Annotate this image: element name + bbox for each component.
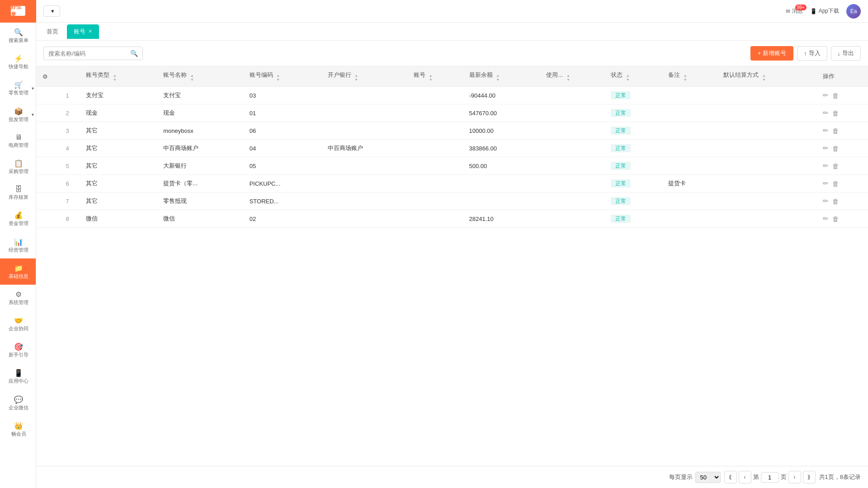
last-page-button[interactable]: ⟫ bbox=[803, 471, 816, 483]
row-note bbox=[663, 140, 718, 157]
sidebar-item-purchase[interactable]: 📋 采购管理 bbox=[0, 154, 36, 180]
page-number-input[interactable] bbox=[761, 472, 779, 483]
edit-button[interactable]: ✏ bbox=[823, 162, 829, 170]
delete-button[interactable]: 🗑 bbox=[832, 127, 839, 135]
row-name: moneybosx bbox=[158, 122, 244, 140]
col-name[interactable]: 账号名称 ▲▼ bbox=[158, 66, 244, 87]
accounts-table-container: ⚙ 账号类型 ▲▼ 账号名称 ▲▼ 账号编码 ▲▼ 开户银行 ▲▼ 账号 ▲▼ … bbox=[36, 66, 868, 466]
download-icon: 📱 bbox=[810, 8, 817, 14]
tab-account[interactable]: 账号✕ bbox=[67, 24, 99, 39]
sidebar-nav: 🔍 搜索菜单 ⚡ 快捷导航 🛒 零售管理 ▾ 📦 批发管理 ▾ 🖥 电商管理 📋… bbox=[0, 23, 36, 488]
col-account[interactable]: 账号 ▲▼ bbox=[408, 66, 463, 87]
row-note bbox=[663, 122, 718, 140]
row-actions: ✏ 🗑 bbox=[817, 175, 868, 192]
delete-button[interactable]: 🗑 bbox=[832, 145, 839, 152]
sidebar-item-shortcut[interactable]: ⚡ 快捷导航 bbox=[0, 49, 36, 75]
sidebar-item-cooperation[interactable]: 🤝 企业协同 bbox=[0, 311, 36, 337]
import-button[interactable]: ↑ 导入 bbox=[797, 46, 827, 61]
table-row: 8 微信 微信 02 28241.10 正常 ✏ 🗑 bbox=[36, 210, 868, 228]
company-dropdown[interactable]: ▾ bbox=[43, 5, 60, 17]
edit-button[interactable]: ✏ bbox=[823, 215, 829, 223]
sidebar-item-search[interactable]: 🔍 搜索菜单 bbox=[0, 23, 36, 49]
first-page-button[interactable]: ⟪ bbox=[724, 471, 737, 483]
search-box[interactable]: 🔍 bbox=[43, 47, 143, 60]
row-usage bbox=[541, 122, 605, 140]
col-payment[interactable]: 默认结算方式 ▲▼ bbox=[718, 66, 817, 87]
table-row: 7 其它 零售抵现 STORED... 正常 ✏ 🗑 bbox=[36, 192, 868, 210]
row-account bbox=[408, 210, 463, 228]
sidebar-item-wechat[interactable]: 💬 企业微信 bbox=[0, 390, 36, 416]
row-balance bbox=[464, 192, 541, 210]
app-download-button[interactable]: 📱 App下载 bbox=[810, 7, 839, 15]
purchase-icon: 📋 bbox=[14, 159, 23, 168]
col-bank[interactable]: 开户银行 ▲▼ bbox=[322, 66, 408, 87]
delete-button[interactable]: 🗑 bbox=[832, 180, 839, 188]
sidebar-item-retail[interactable]: 🛒 零售管理 ▾ bbox=[0, 75, 36, 101]
prev-page-button[interactable]: ‹ bbox=[739, 471, 751, 483]
delete-button[interactable]: 🗑 bbox=[832, 92, 839, 99]
delete-button[interactable]: 🗑 bbox=[832, 197, 839, 205]
sidebar-item-guide[interactable]: 🎯 新手引导 bbox=[0, 337, 36, 363]
col-status[interactable]: 状态 ▲▼ bbox=[605, 66, 663, 87]
wechat-icon: 💬 bbox=[14, 395, 23, 404]
sidebar-item-wholesale[interactable]: 📦 批发管理 ▾ bbox=[0, 102, 36, 128]
table-row: 4 其它 中百商场账户 04 中百商场账户 383866.00 正常 ✏ 🗑 bbox=[36, 140, 868, 157]
tab-label-account: 账号 bbox=[74, 28, 85, 36]
row-payment bbox=[718, 192, 817, 210]
sidebar-item-member[interactable]: 👑 畅会员 bbox=[0, 416, 36, 442]
row-payment bbox=[718, 140, 817, 157]
next-page-button[interactable]: › bbox=[788, 471, 801, 483]
add-account-button[interactable]: + 新增账号 bbox=[750, 46, 793, 61]
dropdown-arrow-icon: ▾ bbox=[51, 8, 54, 14]
page-size-select[interactable]: 50 100 200 bbox=[695, 472, 721, 483]
sidebar-item-ecommerce[interactable]: 🖥 电商管理 bbox=[0, 128, 36, 154]
content-area: 🔍 + 新增账号 ↑ 导入 ↓ 导出 bbox=[36, 41, 868, 488]
edit-button[interactable]: ✏ bbox=[823, 179, 829, 188]
row-settings bbox=[36, 157, 54, 175]
delete-button[interactable]: 🗑 bbox=[832, 109, 839, 117]
sidebar-label-inventory: 库存核算 bbox=[9, 194, 28, 200]
sidebar-item-system[interactable]: ⚙ 系统管理 bbox=[0, 285, 36, 311]
col-note[interactable]: 备注 ▲▼ bbox=[663, 66, 718, 87]
edit-button[interactable]: ✏ bbox=[823, 91, 829, 99]
user-avatar[interactable]: Ea bbox=[846, 4, 861, 19]
row-name: 提货卡（零... bbox=[158, 175, 244, 192]
status-badge: 正常 bbox=[611, 162, 631, 170]
sidebar-label-wechat: 企业微信 bbox=[9, 405, 28, 411]
row-actions: ✏ 🗑 bbox=[817, 210, 868, 228]
row-num: 8 bbox=[54, 210, 80, 228]
row-bank bbox=[322, 87, 408, 104]
sidebar-item-basic[interactable]: 📁 基础信息 bbox=[0, 258, 36, 285]
tab-close-account[interactable]: ✕ bbox=[88, 28, 92, 34]
sidebar-item-appcenter[interactable]: 📱 应用中心 bbox=[0, 363, 36, 389]
edit-button[interactable]: ✏ bbox=[823, 197, 829, 205]
sidebar-item-operations[interactable]: 📊 经营管理 bbox=[0, 232, 36, 258]
row-name: 支付宝 bbox=[158, 87, 244, 104]
row-bank bbox=[322, 157, 408, 175]
col-usage[interactable]: 使用... ▲▼ bbox=[541, 66, 605, 87]
edit-button[interactable]: ✏ bbox=[823, 127, 829, 135]
shortcut-icon: ⚡ bbox=[14, 54, 23, 63]
page-label-post: 页 bbox=[781, 473, 787, 481]
edit-button[interactable]: ✏ bbox=[823, 144, 829, 152]
row-actions: ✏ 🗑 bbox=[817, 192, 868, 210]
col-balance[interactable]: 最新余额 ▲▼ bbox=[464, 66, 541, 87]
sidebar-item-finance[interactable]: 💰 资金管理 bbox=[0, 206, 36, 232]
delete-button[interactable]: 🗑 bbox=[832, 215, 839, 223]
tab-home[interactable]: 首页 bbox=[40, 24, 65, 39]
row-name: 中百商场账户 bbox=[158, 140, 244, 157]
messages-button[interactable]: ✉ 消息 99+ bbox=[786, 7, 803, 15]
edit-button[interactable]: ✏ bbox=[823, 109, 829, 117]
export-button[interactable]: ↓ 导出 bbox=[831, 46, 861, 61]
row-status: 正常 bbox=[605, 175, 663, 192]
sidebar-label-operations: 经营管理 bbox=[9, 247, 28, 253]
row-code: PICKUPC... bbox=[244, 175, 322, 192]
delete-button[interactable]: 🗑 bbox=[832, 162, 839, 170]
col-code[interactable]: 账号编码 ▲▼ bbox=[244, 66, 322, 87]
row-usage bbox=[541, 157, 605, 175]
col-settings[interactable]: ⚙ bbox=[36, 66, 54, 87]
col-type[interactable]: 账号类型 ▲▼ bbox=[80, 66, 158, 87]
sidebar-label-basic: 基础信息 bbox=[9, 273, 28, 279]
search-input[interactable] bbox=[48, 50, 127, 57]
sidebar-item-inventory[interactable]: 🗄 库存核算 bbox=[0, 180, 36, 206]
